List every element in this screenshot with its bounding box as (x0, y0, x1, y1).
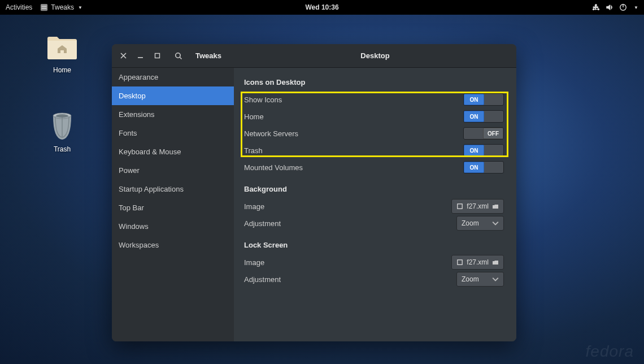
svg-rect-2 (42, 8, 47, 9)
row-background-image-label: Image (244, 202, 264, 211)
row-background-image: Image f27.xml (244, 198, 504, 215)
toggle-mounted-volumes[interactable]: ON (463, 161, 504, 174)
toggle-state: ON (464, 97, 484, 103)
sidebar-item-extensions[interactable]: Extensions (112, 105, 234, 124)
sidebar-item-desktop[interactable]: Desktop (112, 86, 234, 105)
row-lockscreen-image: Image f27.xml (244, 254, 504, 271)
sidebar-item-top-bar[interactable]: Top Bar (112, 198, 234, 217)
window-app-title: Tweaks (195, 51, 221, 60)
app-menu[interactable]: Tweaks ▼ (40, 3, 82, 11)
row-mounted-volumes-label: Mounted Volumes (244, 163, 303, 172)
lockscreen-image-value: f27.xml (467, 258, 489, 266)
sidebar-item-windows[interactable]: Windows (112, 217, 234, 236)
row-trash: Trash ON (244, 142, 504, 159)
lockscreen-adjustment-combo[interactable]: Zoom (456, 272, 504, 287)
toggle-trash[interactable]: ON (463, 144, 504, 157)
minimize-icon (137, 53, 143, 59)
row-show-icons: Show Icons ON (244, 91, 504, 108)
desktop-icon-home-label: Home (37, 66, 88, 74)
row-home-label: Home (244, 112, 264, 121)
titlebar: Tweaks Desktop (112, 44, 516, 68)
toggle-network-servers[interactable]: OFF (463, 127, 504, 140)
network-icon[interactable] (592, 3, 600, 11)
row-network-servers: Network Servers OFF (244, 125, 504, 142)
sidebar-item-workspaces[interactable]: Workspaces (112, 236, 234, 254)
maximize-icon (154, 53, 160, 59)
window-panel-title: Desktop (234, 51, 516, 60)
close-icon (120, 53, 127, 59)
open-folder-icon (492, 203, 499, 210)
content-pane: Icons on Desktop Show Icons ON Home ON N… (234, 68, 516, 341)
background-image-value: f27.xml (467, 202, 489, 210)
svg-rect-12 (155, 54, 159, 58)
section-icons-on-desktop-title: Icons on Desktop (244, 78, 504, 86)
image-file-icon (456, 259, 463, 266)
row-background-adjustment: Adjustment Zoom (244, 215, 504, 232)
sidebar: Appearance Desktop Extensions Fonts Keyb… (112, 68, 234, 341)
minimize-button[interactable] (132, 48, 148, 64)
folder-home-icon (46, 33, 78, 61)
open-folder-icon (492, 259, 499, 266)
svg-rect-1 (42, 6, 47, 7)
lockscreen-image-chooser[interactable]: f27.xml (451, 255, 504, 270)
toggle-show-icons[interactable]: ON (463, 93, 504, 106)
lockscreen-adjustment-value: Zoom (462, 275, 479, 283)
volume-icon[interactable] (606, 3, 613, 11)
background-adjustment-combo[interactable]: Zoom (456, 216, 504, 231)
search-button[interactable] (171, 48, 186, 64)
toggle-home[interactable]: ON (463, 110, 504, 123)
section-lockscreen-title: Lock Screen (244, 241, 504, 249)
clock[interactable]: Wed 10:36 (305, 3, 338, 11)
row-show-icons-label: Show Icons (244, 96, 282, 104)
tweaks-window: Tweaks Desktop Appearance Desktop Extens… (112, 44, 516, 341)
toggle-state: ON (464, 148, 484, 154)
toggle-state: ON (464, 114, 484, 120)
chevron-down-icon (492, 276, 499, 283)
sidebar-item-startup-applications[interactable]: Startup Applications (112, 180, 234, 198)
desktop-icon-trash[interactable]: Trash (37, 110, 88, 153)
svg-point-10 (56, 114, 68, 118)
row-lockscreen-adjustment-label: Adjustment (244, 275, 281, 284)
sidebar-item-fonts[interactable]: Fonts (112, 124, 234, 142)
sidebar-item-keyboard-mouse[interactable]: Keyboard & Mouse (112, 142, 234, 161)
sidebar-item-power[interactable]: Power (112, 161, 234, 180)
row-trash-label: Trash (244, 146, 263, 155)
toggle-state: ON (464, 164, 484, 171)
row-lockscreen-image-label: Image (244, 258, 264, 267)
chevron-down-icon (492, 220, 499, 227)
row-network-servers-label: Network Servers (244, 129, 298, 138)
activities-button[interactable]: Activities (6, 3, 32, 11)
toggle-state: OFF (484, 131, 503, 137)
search-icon (175, 52, 182, 60)
svg-rect-7 (623, 4, 623, 7)
section-background-title: Background (244, 185, 504, 193)
row-background-adjustment-label: Adjustment (244, 219, 281, 228)
background-image-chooser[interactable]: f27.xml (451, 199, 504, 214)
desktop-icon-home[interactable]: Home (37, 31, 88, 74)
svg-point-13 (176, 53, 180, 57)
svg-rect-0 (41, 4, 47, 11)
fedora-watermark: fedora (586, 343, 634, 361)
background-adjustment-value: Zoom (462, 219, 479, 227)
image-file-icon (456, 203, 463, 210)
top-panel: Activities Tweaks ▼ Wed 10:36 ▼ (0, 0, 644, 15)
desktop-icon-trash-label: Trash (37, 145, 88, 153)
svg-rect-15 (458, 205, 462, 209)
row-lockscreen-adjustment: Adjustment Zoom (244, 271, 504, 288)
power-icon[interactable] (619, 3, 627, 11)
row-mounted-volumes: Mounted Volumes ON (244, 159, 504, 176)
tweaks-app-icon (40, 3, 48, 11)
svg-rect-17 (458, 261, 462, 265)
maximize-button[interactable] (149, 48, 165, 64)
close-button[interactable] (115, 48, 131, 64)
svg-rect-11 (138, 57, 143, 58)
sidebar-item-appearance[interactable]: Appearance (112, 68, 234, 86)
system-menu-chevron-icon: ▼ (634, 5, 638, 10)
app-menu-label: Tweaks (51, 3, 74, 11)
row-home: Home ON (244, 108, 504, 125)
app-menu-chevron-icon: ▼ (78, 5, 82, 10)
trash-icon (50, 111, 75, 141)
